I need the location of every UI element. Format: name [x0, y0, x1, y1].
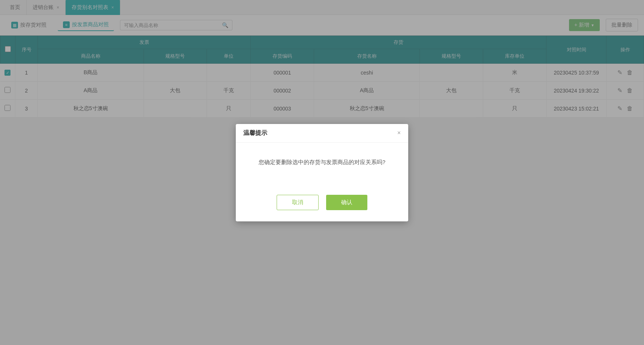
modal-overlay: 温馨提示 × 您确定要删除选中的存货与发票商品的对应关系吗? 取消 确认 [0, 0, 644, 118]
